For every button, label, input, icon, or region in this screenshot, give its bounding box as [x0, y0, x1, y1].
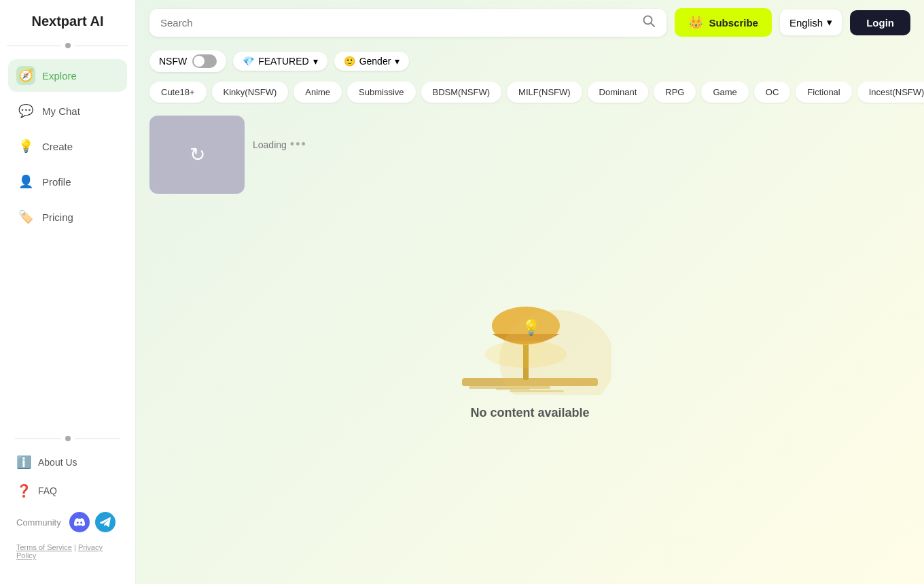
community-label: Community [16, 517, 61, 528]
footer-links: Terms of Service | Privacy Policy [8, 540, 127, 565]
category-tag-milf[interactable]: MILF(NSFW) [507, 82, 582, 103]
no-content-illustration: 💡 [448, 273, 611, 395]
nsfw-label: NSFW [159, 56, 187, 67]
language-label: English [789, 17, 823, 29]
chevron-down-icon: ▾ [827, 16, 832, 29]
faq-label: FAQ [38, 485, 57, 496]
pricing-icon: 🏷️ [16, 207, 35, 226]
faq-icon: ❓ [16, 483, 31, 498]
category-tag-oc[interactable]: OC [754, 82, 791, 103]
category-tag-kinky[interactable]: Kinky(NSFW) [212, 82, 289, 103]
profile-label: Profile [42, 176, 71, 188]
loading-text: Loading [253, 139, 287, 150]
nsfw-toggle[interactable]: NSFW [149, 50, 226, 72]
loading-card: ↻ [149, 116, 245, 194]
no-content-container: 💡 No content available [448, 273, 611, 420]
no-content-text: No content available [470, 406, 589, 420]
header: 👑 Subscribe English ▾ Login [136, 0, 924, 45]
svg-line-1 [652, 23, 655, 27]
my-chat-label: My Chat [42, 105, 80, 117]
sidebar-item-create[interactable]: 💡 Create [8, 130, 127, 162]
explore-icon: 🧭 [16, 66, 35, 85]
my-chat-icon: 💬 [16, 101, 35, 120]
loading-dots-icon: ••• [290, 137, 307, 152]
sidebar-bottom: ℹ️ About Us ❓ FAQ Community Terms of Ser… [0, 430, 135, 570]
discord-icon[interactable] [69, 512, 90, 532]
app-logo: Nextpart AI [0, 14, 135, 43]
loading-indicator: Loading ••• [253, 137, 307, 152]
featured-label: FEATURED [258, 56, 308, 67]
crown-icon: 👑 [688, 15, 703, 30]
gender-chevron-icon: ▾ [395, 56, 399, 67]
terms-of-service-link[interactable]: Terms of Service [16, 543, 72, 551]
content-area: ↻ Loading ••• 💡 [136, 109, 924, 584]
sidebar-top-divider [0, 43, 135, 59]
category-bar: Cute18+Kinky(NSFW)AnimeSubmissiveBDSM(NS… [136, 78, 924, 109]
sidebar-item-about-us[interactable]: ℹ️ About Us [8, 449, 127, 475]
gender-filter[interactable]: 🙂 Gender ▾ [334, 52, 410, 71]
featured-icon: 💎 [243, 56, 254, 67]
category-tag-rpg[interactable]: RPG [654, 82, 696, 103]
category-tag-game[interactable]: Game [701, 82, 748, 103]
svg-point-0 [644, 16, 652, 24]
login-button[interactable]: Login [850, 10, 910, 35]
nsfw-knob [194, 56, 205, 67]
search-icon[interactable] [642, 14, 656, 31]
sidebar-item-faq[interactable]: ❓ FAQ [8, 478, 127, 504]
filter-bar: NSFW 💎 FEATURED ▾ 🙂 Gender ▾ [136, 45, 924, 78]
featured-chevron-icon: ▾ [313, 56, 318, 67]
nsfw-switch[interactable] [192, 54, 217, 68]
sidebar-item-profile[interactable]: 👤 Profile [8, 165, 127, 198]
category-tag-bdsm[interactable]: BDSM(NSFW) [421, 82, 502, 103]
category-tag-anime[interactable]: Anime [294, 82, 342, 103]
profile-icon: 👤 [16, 172, 35, 191]
gender-icon: 🙂 [344, 56, 355, 67]
pricing-label: Pricing [42, 211, 73, 223]
featured-filter[interactable]: 💎 FEATURED ▾ [233, 52, 327, 71]
subscribe-label: Subscribe [709, 17, 758, 29]
create-icon: 💡 [16, 137, 35, 156]
category-tag-fictional[interactable]: Fictional [796, 82, 851, 103]
language-button[interactable]: English ▾ [780, 10, 842, 35]
info-icon: ℹ️ [16, 455, 31, 470]
category-tag-dominant[interactable]: Dominant [588, 82, 649, 103]
search-bar [149, 9, 667, 37]
create-label: Create [42, 141, 73, 152]
subscribe-button[interactable]: 👑 Subscribe [675, 8, 772, 37]
telegram-icon[interactable] [95, 512, 116, 532]
loading-spinner-icon: ↻ [190, 143, 205, 166]
gender-label: Gender [359, 56, 391, 67]
sidebar-item-pricing[interactable]: 🏷️ Pricing [8, 201, 127, 233]
about-us-label: About Us [38, 457, 77, 468]
explore-label: Explore [42, 70, 77, 82]
category-tag-cute18[interactable]: Cute18+ [149, 82, 207, 103]
category-tag-submissive[interactable]: Submissive [347, 82, 415, 103]
main-content: 👑 Subscribe English ▾ Login NSFW 💎 FEATU… [136, 0, 924, 584]
category-tag-incest[interactable]: Incest(NSFW) [857, 82, 924, 103]
sidebar-item-explore[interactable]: 🧭 Explore [8, 59, 127, 92]
sidebar: Nextpart AI 🧭 Explore 💬 My Chat 💡 Create… [0, 0, 136, 584]
community-row: Community [8, 506, 127, 538]
search-input[interactable] [160, 17, 635, 29]
sidebar-nav: 🧭 Explore 💬 My Chat 💡 Create 👤 Profile 🏷… [0, 59, 135, 430]
sidebar-item-my-chat[interactable]: 💬 My Chat [8, 95, 127, 127]
sidebar-bottom-divider [8, 430, 127, 447]
